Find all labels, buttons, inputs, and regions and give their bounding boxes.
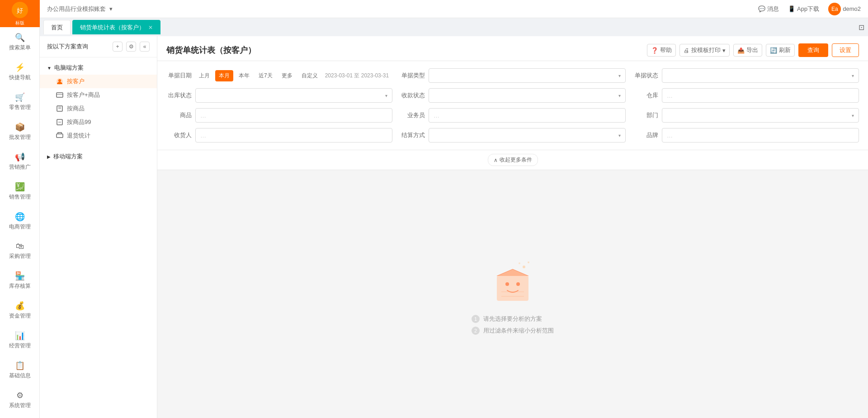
tab-expand-icon[interactable]: ⊡: [859, 23, 864, 32]
date-filter: 上月 本月 本年 近7天 更多 自定义 2023-03-01 至 2023-03…: [195, 70, 392, 81]
download-icon: 📱: [788, 5, 795, 12]
sidebar-item-basics[interactable]: 📋 基础信息: [0, 355, 39, 385]
product-filter: 商品 …: [166, 108, 392, 123]
sidebar-item-search[interactable]: 🔍 搜索菜单: [0, 27, 39, 57]
department-input[interactable]: ▾: [662, 108, 859, 123]
date-btn-more[interactable]: 更多: [278, 70, 296, 81]
scheme-item-product[interactable]: 按商品: [40, 102, 157, 115]
export-icon: 📤: [737, 47, 745, 54]
help-button[interactable]: ❓ 帮助: [647, 44, 676, 57]
sidebar-item-enterprise[interactable]: 🤝 企业协同: [0, 415, 39, 418]
delivery-status-label: 出库状态: [166, 91, 192, 100]
basics-icon: 📋: [15, 361, 25, 370]
sidebar-item-inventory[interactable]: 🏪 库存核算: [0, 266, 39, 295]
receiver-input[interactable]: …: [195, 128, 392, 142]
sidebar-logo: 好 标版: [0, 0, 40, 27]
salesperson-label: 业务员: [400, 111, 425, 119]
main-area: 办公用品行业模拟账套 ▾ 💬 消息 📱 App下载 Ea demo2 首页: [40, 0, 868, 418]
date-btn-this-month[interactable]: 本月: [215, 70, 233, 81]
date-label: 单据日期: [166, 71, 192, 80]
scheme-item-customer-product[interactable]: 按客户+商品: [40, 88, 157, 102]
empty-hint-2: 2 用过滤条件来缩小分析范围: [472, 327, 554, 335]
tab-close-icon[interactable]: ✕: [148, 24, 153, 31]
date-btn-last-month[interactable]: 上月: [195, 70, 213, 81]
date-btn-custom[interactable]: 自定义: [298, 70, 321, 81]
finance-icon: 💰: [15, 301, 25, 311]
mobile-scheme-group: ▶ 移动端方案: [40, 146, 157, 167]
template-print-button[interactable]: 🖨 按模板打印 ▾: [679, 44, 730, 57]
retail-icon: 🛒: [15, 92, 25, 102]
query-button[interactable]: 查询: [798, 43, 828, 57]
business-icon: 📊: [15, 331, 25, 341]
scheme-item-product99[interactable]: 按商品99: [40, 115, 157, 129]
sidebar-menu: 🔍 搜索菜单 ⚡ 快捷导航 🛒 零售管理 📦 批发管理 📢 营销推广 💹 销售管…: [0, 27, 39, 418]
scheme-item-customer[interactable]: 按客户: [40, 75, 157, 88]
collapse-button[interactable]: ∧ 收起更多条件: [488, 154, 538, 166]
left-panel: 按以下方案查询 + ⚙ « ▼ 电脑端方案 按客户: [40, 36, 157, 418]
refresh-button[interactable]: 🔄 刷新: [766, 44, 795, 57]
brand-label: 品牌: [633, 131, 658, 139]
message-button[interactable]: 💬 消息: [758, 5, 779, 13]
message-icon: 💬: [758, 5, 765, 12]
date-filter-item: 单据日期 上月 本月 本年 近7天 更多 自定义 2023-03-01 至 20…: [166, 70, 392, 81]
export-button[interactable]: 📤 导出: [733, 44, 762, 57]
order-type-input[interactable]: ▾: [429, 68, 626, 83]
app-download-button[interactable]: 📱 App下载: [788, 5, 819, 13]
order-status-input[interactable]: ▾: [662, 68, 859, 83]
sales-icon: 💹: [15, 182, 25, 192]
sidebar-item-purchase[interactable]: 🛍 采购管理: [0, 236, 39, 266]
svg-point-3: [58, 79, 61, 82]
sidebar-item-marketing[interactable]: 📢 营销推广: [0, 147, 39, 176]
settlement-input[interactable]: ▾: [429, 128, 626, 142]
sidebar-item-quick[interactable]: ⚡ 快捷导航: [0, 57, 39, 87]
salesperson-input[interactable]: …: [429, 108, 626, 123]
sidebar-item-ecommerce[interactable]: 🌐 电商管理: [0, 206, 39, 236]
payment-status-input[interactable]: ▾: [429, 88, 626, 103]
inventory-icon: 🏪: [15, 271, 25, 281]
product-input[interactable]: …: [195, 108, 392, 123]
warehouse-input[interactable]: …: [662, 88, 859, 103]
settings-button[interactable]: 设置: [832, 43, 859, 57]
desktop-group-title[interactable]: ▼ 电脑端方案: [40, 61, 157, 75]
tab-bar: 首页 销货单统计表（按客户） ✕ ⊡: [40, 18, 868, 36]
marketing-icon: 📢: [15, 152, 25, 162]
collapse-panel-button[interactable]: «: [140, 42, 150, 52]
page-title-bar: 销货单统计表（按客户） ❓ 帮助 🖨 按模板打印 ▾ 📤 导出: [157, 36, 868, 61]
sidebar-item-finance[interactable]: 💰 资金管理: [0, 295, 39, 325]
scheme-item-returns[interactable]: 退货统计: [40, 129, 157, 142]
user-profile[interactable]: Ea demo2: [828, 3, 861, 15]
data-area: 1 请先选择要分析的方案 2 用过滤条件来缩小分析范围: [157, 170, 868, 418]
salesperson-dots: …: [434, 112, 439, 119]
sidebar-search-label: 搜索菜单: [9, 44, 31, 52]
purchase-icon: 🛍: [16, 242, 24, 251]
settings-scheme-button[interactable]: ⚙: [126, 42, 136, 52]
tab-sales-report[interactable]: 销货单统计表（按客户） ✕: [72, 20, 160, 34]
customer-product-label: 按客户+商品: [67, 91, 100, 99]
add-scheme-button[interactable]: +: [113, 42, 123, 52]
brand-input[interactable]: …: [662, 128, 859, 142]
tab-home[interactable]: 首页: [43, 20, 71, 34]
sidebar-inventory-label: 库存核算: [9, 282, 31, 290]
product99-label: 按商品99: [67, 118, 91, 126]
mobile-group-expand-icon: ▶: [47, 154, 51, 159]
svg-point-22: [519, 262, 520, 264]
customer-product-icon: [56, 91, 63, 99]
mobile-group-title[interactable]: ▶ 移动端方案: [40, 150, 157, 163]
date-btn-this-year[interactable]: 本年: [235, 70, 253, 81]
sidebar-item-retail[interactable]: 🛒 零售管理: [0, 87, 39, 117]
right-content: 销货单统计表（按客户） ❓ 帮助 🖨 按模板打印 ▾ 📤 导出: [157, 36, 868, 418]
top-header: 办公用品行业模拟账套 ▾ 💬 消息 📱 App下载 Ea demo2: [40, 0, 868, 18]
sidebar-purchase-label: 采购管理: [9, 252, 31, 260]
sidebar-item-sales[interactable]: 💹 销售管理: [0, 176, 39, 206]
svg-point-20: [523, 266, 525, 268]
breadcrumb: 办公用品行业模拟账套: [47, 5, 106, 13]
sidebar: 好 标版 🔍 搜索菜单 ⚡ 快捷导航 🛒 零售管理 📦 批发管理 📢 营销推广 …: [0, 0, 40, 418]
delivery-status-input[interactable]: ▾: [195, 88, 392, 103]
order-type-filter: 单据类型 ▾: [400, 68, 626, 83]
hint-2-text: 用过滤条件来缩小分析范围: [483, 327, 554, 335]
sidebar-item-business[interactable]: 📊 经营管理: [0, 325, 39, 355]
group-expand-icon: ▼: [47, 66, 52, 71]
sidebar-item-wholesale[interactable]: 📦 批发管理: [0, 117, 39, 147]
sidebar-item-system[interactable]: ⚙ 系统管理: [0, 385, 39, 415]
date-btn-7days[interactable]: 近7天: [255, 70, 276, 81]
